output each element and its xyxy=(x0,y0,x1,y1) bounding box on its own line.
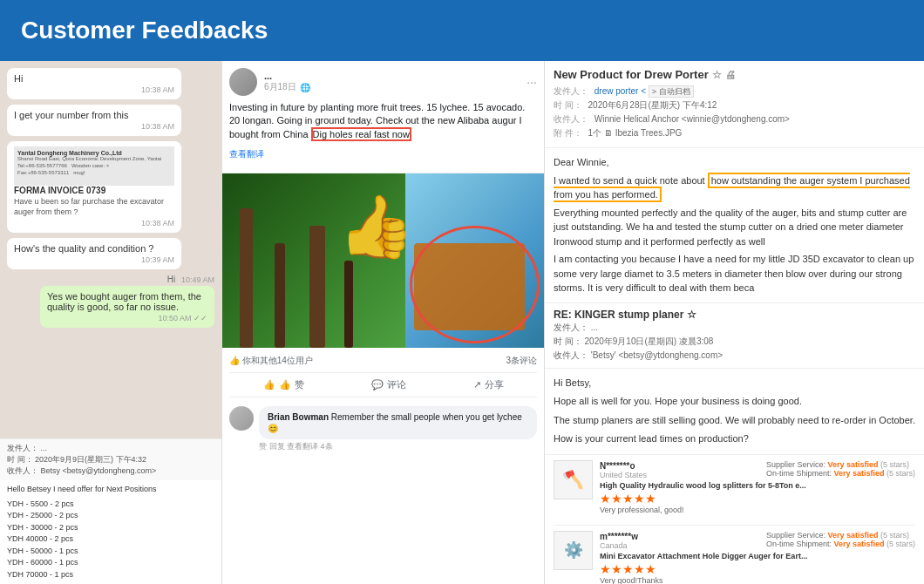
review1-stars: ★★★★★ xyxy=(600,492,915,506)
chat-bubble-1: Hi 10:38 AM xyxy=(7,68,181,99)
fb-engagement: 👍 你和其他14位用户 3条评论 👍 👍 赞 💬 评论 ↗ 分享 xyxy=(222,348,544,401)
fb-translate-link[interactable]: 查看翻译 xyxy=(229,148,537,160)
review1-details: N*******o United States Supplier Service… xyxy=(600,460,915,514)
tree-trunk-2 xyxy=(275,243,285,348)
email1-to-row: 收件人： Winnie Helical Anchor <winnie@ytdon… xyxy=(554,112,915,126)
page-title: Customer Feedbacks xyxy=(21,17,268,44)
email1-meta: 发件人： drew porter < > 自动归档 时 间： 2020年6月28… xyxy=(554,85,915,140)
print-icon[interactable]: 🖨 xyxy=(725,69,736,81)
email1-greeting: Dear Winnie, xyxy=(554,155,915,170)
more-options-button[interactable]: ··· xyxy=(527,75,537,89)
review2-details: m*******w Canada Supplier Service: Very … xyxy=(600,531,915,584)
fb-user-name: ... xyxy=(264,71,310,81)
fb-comment: Brian Bowman Remember the small people w… xyxy=(222,401,544,458)
email2-subject: RE: KINGER stump planer ☆ xyxy=(554,309,915,321)
email1-from-row: 发件人： drew porter < > 自动归档 xyxy=(554,85,915,98)
review2-service: Supplier Service: Very satisfied (5 star… xyxy=(766,531,915,550)
email1-para1: I wanted to send a quick note about how … xyxy=(554,173,915,202)
chat-time-2: 10:38 AM xyxy=(14,122,174,131)
fb-images: 👍 xyxy=(222,173,544,348)
comment-actions: 赞 回复 查看翻译 4条 xyxy=(259,441,537,452)
share-button[interactable]: ↗ 分享 xyxy=(473,378,504,391)
chat-time-3: 10:39 AM xyxy=(14,255,174,264)
order-items: YDH - 5500 - 2 pcsYDH - 25000 - 2 pcsYDH… xyxy=(7,499,214,581)
email2-from-row: 发件人： ... xyxy=(554,321,915,335)
email2-time-row: 时 间： 2020年9月10日(星期四) 凌晨3:08 xyxy=(554,335,915,349)
review1-header: N*******o United States Supplier Service… xyxy=(600,460,915,479)
thumbs-up-overlay: 👍 xyxy=(338,191,405,262)
fb-likes: 👍 你和其他14位用户 3条评论 xyxy=(229,355,537,367)
chat-bubble-2: I get your number from this 10:38 AM xyxy=(7,105,181,136)
email2-to-row: 收件人： 'Betsy' <betsy@ytdongheng.com> xyxy=(554,349,915,363)
order-item: YDH 70000 - 1 pcs xyxy=(7,569,214,581)
order-item: YDH 40000 - 2 pcs xyxy=(7,533,214,546)
review2-stars: ★★★★★ xyxy=(600,562,915,576)
globe-icon: 🌐 xyxy=(300,83,310,92)
order-intro: Hello Betsey I need offer for Next Posit… xyxy=(7,484,214,496)
chat-text-1: Hi xyxy=(14,73,23,84)
email1-subject: New Product for Drew Porter ☆ 🖨 xyxy=(554,68,915,81)
like-icon: 👍 xyxy=(263,379,275,390)
invoice-details: Shanxi Road East, Qixia Economic Develop… xyxy=(17,156,161,176)
chat-time-1: 10:38 AM xyxy=(14,85,174,94)
invoice-image: Yantai Dongheng Machinery Co.,Ltd Shanxi… xyxy=(14,146,174,186)
chat-message-1: Hi 10:38 AM xyxy=(7,68,214,99)
order-item: YDH - 30000 - 2 pcs xyxy=(7,522,214,534)
review-item-2: ⚙️ m*******w Canada Supplier Service: Ve… xyxy=(554,531,915,584)
review1-service: Supplier Service: Very satisfied (5 star… xyxy=(766,460,915,479)
like-icon: 👍 xyxy=(229,356,240,365)
invoice-bubble: Yantai Dongheng Machinery Co.,Ltd Shanxi… xyxy=(7,141,181,233)
share-icon: ↗ xyxy=(473,379,481,390)
chat-text-3: How's the quality and condition ? xyxy=(14,243,153,254)
left-email-to: 收件人： Betsy <betsy@ytdongheng.com> xyxy=(7,465,214,477)
reply-bubble: Yes we bought auger from them, the quali… xyxy=(40,286,214,328)
order-item: YDH - 5500 - 2 pcs xyxy=(7,499,214,511)
comment-text: Brian Bowman Remember the small people w… xyxy=(259,406,537,439)
tree-trunk-1 xyxy=(240,208,253,348)
review2-comment: Very good!Thanks xyxy=(600,576,915,584)
reply-text: Yes we bought auger from them, the quali… xyxy=(47,291,201,312)
email2-body: Hi Betsy, Hope all is well for you. Hope… xyxy=(545,369,924,455)
left-panel: Hi 10:38 AM I get your number from this … xyxy=(0,61,222,584)
review-divider xyxy=(554,525,915,526)
review1-product-name: High Quality Hydraulic wood log splitter… xyxy=(600,481,915,490)
review2-product-image: ⚙️ xyxy=(554,531,593,570)
email1-header: New Product for Drew Porter ☆ 🖨 发件人： dre… xyxy=(545,61,924,148)
reviews-area: 🪓 N*******o United States Supplier Servi… xyxy=(545,455,924,584)
reply-time: 10:50 AM ✓✓ xyxy=(47,314,207,323)
comment-content: Brian Bowman Remember the small people w… xyxy=(259,406,537,452)
email1-attachment-row: 附 件： 1个 🗎 Ibezia Trees.JPG xyxy=(554,126,915,140)
left-email-section: 发件人： ... 时 间： 2020年9月9日(星期三) 下午4:32 收件人：… xyxy=(0,438,221,480)
fb-post-header: ... 6月18日 🌐 ··· xyxy=(229,68,537,96)
fb-post-date: 6月18日 🌐 xyxy=(264,81,310,93)
left-email-time: 时 间： 2020年9月9日(星期三) 下午4:32 xyxy=(7,454,214,465)
middle-panel: ... 6月18日 🌐 ··· Investing in future by p… xyxy=(222,61,545,584)
email2-para2: The stump planers are still selling good… xyxy=(554,413,915,429)
fb-excavator-image xyxy=(405,173,544,348)
comment-icon: 💬 xyxy=(371,379,384,390)
chat-message-3: How's the quality and condition ? 10:39 … xyxy=(7,238,214,269)
fb-highlight-text: Dig holes real fast now xyxy=(311,127,411,141)
like-button[interactable]: 👍 👍 赞 xyxy=(263,378,304,391)
order-list: Hello Betsey I need offer for Next Posit… xyxy=(0,480,221,584)
hi-label: Hi 10:49 AM xyxy=(7,275,214,284)
email2-para1: Hope all is well for you. Hope your busi… xyxy=(554,394,915,410)
excavator-circle xyxy=(410,226,540,343)
main-content: Hi 10:38 AM I get your number from this … xyxy=(0,61,924,584)
email2-greeting: Hi Betsy, xyxy=(554,376,915,391)
invoice-company: Yantai Dongheng Machinery Co.,Ltd xyxy=(17,150,122,156)
comment-button[interactable]: 💬 评论 xyxy=(371,378,406,391)
email1-para2: Everything mounted perfectly and the qua… xyxy=(554,206,915,249)
chat-bubble-3: How's the quality and condition ? 10:39 … xyxy=(7,238,181,269)
order-item: YDH - 50000 - 1 pcs xyxy=(7,546,214,558)
right-panel: New Product for Drew Porter ☆ 🖨 发件人： dre… xyxy=(545,61,924,584)
fb-user-info: ... 6月18日 🌐 xyxy=(264,71,310,93)
star2-icon[interactable]: ☆ xyxy=(687,309,696,321)
email2-header: RE: KINGER stump planer ☆ 发件人： ... 时 间： … xyxy=(545,303,924,369)
review1-comment: Very professional, good! xyxy=(600,506,915,514)
left-email-from: 发件人： ... xyxy=(7,443,214,454)
invoice-message: Yantai Dongheng Machinery Co.,Ltd Shanxi… xyxy=(7,141,214,233)
reply-message: Yes we bought auger from them, the quali… xyxy=(7,286,214,328)
chat-message-2: I get your number from this 10:38 AM xyxy=(7,105,214,136)
star-icon[interactable]: ☆ xyxy=(712,69,722,81)
